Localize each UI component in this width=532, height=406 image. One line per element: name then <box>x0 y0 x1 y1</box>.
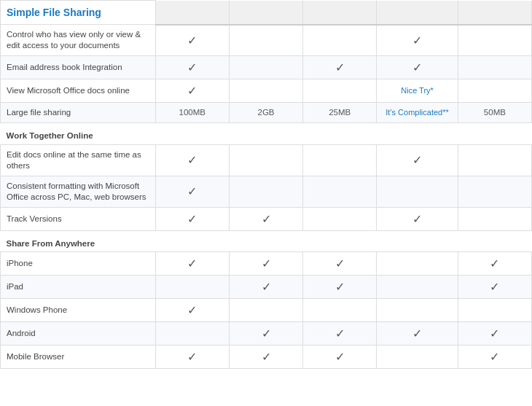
gmail-cell <box>303 207 377 230</box>
checkmark-icon: ✓ <box>335 351 345 363</box>
section-header-2: Share From Anywhere <box>1 230 532 252</box>
table-row: Windows Phone✓ <box>1 299 532 322</box>
skydrive-cell <box>155 322 229 346</box>
checkmark-icon: ✓ <box>335 257 345 270</box>
googledocs-cell: It's Complicated** <box>377 102 458 122</box>
googledocs-cell <box>377 276 458 299</box>
googledocs-cell: Nice Try* <box>377 79 458 102</box>
checkmark-icon: ✓ <box>187 213 197 225</box>
dropbox-cell: ✓ <box>229 322 302 346</box>
googledocs-cell: ✓ <box>377 322 458 346</box>
table-row: Consistent formatting with Microsoft Off… <box>1 176 532 207</box>
file-size-label: 50MB <box>484 108 506 117</box>
dropbox-cell <box>229 25 302 56</box>
checkmark-icon: ✓ <box>187 34 197 47</box>
checkmark-icon: ✓ <box>187 154 197 166</box>
feature-cell: View Microsoft Office docs online <box>1 79 156 102</box>
yousendit-cell: ✓ <box>458 252 531 276</box>
feature-cell: iPhone <box>1 252 156 276</box>
skydrive-cell <box>155 276 229 299</box>
skydrive-header <box>155 1 229 25</box>
yousendit-cell: ✓ <box>458 346 531 369</box>
checkmark-icon: ✓ <box>490 281 499 293</box>
skydrive-cell: ✓ <box>155 79 229 102</box>
dropbox-cell <box>229 144 302 176</box>
table-row: Track Versions✓✓✓ <box>1 207 532 230</box>
skydrive-cell: ✓ <box>155 144 229 176</box>
yousendit-cell <box>458 144 531 176</box>
gmail-cell <box>303 79 377 102</box>
feature-cell: Large file sharing <box>1 102 156 122</box>
gmail-cell: ✓ <box>303 276 377 299</box>
checkmark-icon: ✓ <box>490 327 499 340</box>
googledocs-cell <box>377 299 458 322</box>
feature-header: Simple File Sharing <box>1 1 156 25</box>
table-row: iPhone✓✓✓✓ <box>1 252 532 276</box>
table-row: Mobile Browser✓✓✓✓ <box>1 346 532 369</box>
skydrive-cell: ✓ <box>155 207 229 230</box>
table-row: Large file sharing100MB2GB25MBIt's Compl… <box>1 102 532 122</box>
gmail-cell <box>303 25 377 56</box>
table-row: iPad✓✓✓ <box>1 276 532 299</box>
feature-cell: iPad <box>1 276 156 299</box>
checkmark-icon: ✓ <box>262 351 271 363</box>
dropbox-cell: ✓ <box>229 252 302 276</box>
checkmark-icon: ✓ <box>262 281 271 293</box>
yousendit-cell: 50MB <box>458 102 531 122</box>
checkmark-icon: ✓ <box>262 257 271 270</box>
googledocs-cell <box>377 252 458 276</box>
gmail-cell: 25MB <box>303 102 377 122</box>
dropbox-cell: 2GB <box>229 102 302 122</box>
feature-cell: Windows Phone <box>1 299 156 322</box>
dropbox-cell <box>229 55 302 79</box>
checkmark-icon: ✓ <box>187 304 197 316</box>
feature-cell: Consistent formatting with Microsoft Off… <box>1 176 156 207</box>
skydrive-cell: ✓ <box>155 55 229 79</box>
section-header-1: Work Together Online <box>1 122 532 144</box>
yousendit-cell <box>458 25 531 56</box>
gmail-cell <box>303 299 377 322</box>
gmail-cell <box>303 144 377 176</box>
gmail-cell: ✓ <box>303 55 377 79</box>
yousendit-cell <box>458 55 531 79</box>
gmail-cell <box>303 176 377 207</box>
gmail-cell: ✓ <box>303 346 377 369</box>
dropbox-header <box>229 1 302 25</box>
feature-cell: Edit docs online at the same time as oth… <box>1 144 156 176</box>
yousendit-cell <box>458 207 531 230</box>
yousendit-cell <box>458 299 531 322</box>
yousendit-cell <box>458 176 531 207</box>
googledocs-cell: ✓ <box>377 25 458 56</box>
checkmark-icon: ✓ <box>335 61 345 74</box>
nice-try-label: Nice Try* <box>401 86 434 95</box>
checkmark-icon: ✓ <box>335 327 345 340</box>
feature-cell: Control who has view only or view & edit… <box>1 25 156 56</box>
googledocs-cell: ✓ <box>377 207 458 230</box>
file-size-label: 100MB <box>179 108 206 117</box>
checkmark-icon: ✓ <box>187 185 197 198</box>
yousendit-cell: ✓ <box>458 322 531 346</box>
checkmark-icon: ✓ <box>187 351 197 363</box>
feature-cell: Email address book Integration <box>1 55 156 79</box>
checkmark-icon: ✓ <box>412 327 422 340</box>
table-row: View Microsoft Office docs online✓Nice T… <box>1 79 532 102</box>
googledocs-cell <box>377 346 458 369</box>
section-title-2: Share From Anywhere <box>1 230 532 252</box>
skydrive-cell: ✓ <box>155 346 229 369</box>
dropbox-cell <box>229 79 302 102</box>
file-size-label: 2GB <box>257 108 274 117</box>
feature-cell: Android <box>1 322 156 346</box>
yousendit-cell <box>458 79 531 102</box>
checkmark-icon: ✓ <box>335 281 345 293</box>
checkmark-icon: ✓ <box>262 213 271 225</box>
checkmark-icon: ✓ <box>490 351 499 363</box>
its-complicated-label: It's Complicated** <box>386 108 448 117</box>
checkmark-icon: ✓ <box>412 34 422 47</box>
skydrive-cell: ✓ <box>155 25 229 56</box>
yousendit-cell: ✓ <box>458 276 531 299</box>
dropbox-cell: ✓ <box>229 346 302 369</box>
feature-cell: Mobile Browser <box>1 346 156 369</box>
comparison-table: Simple File Sharing Control who has view… <box>0 0 532 369</box>
table-row: Control who has view only or view & edit… <box>1 25 532 56</box>
skydrive-cell: ✓ <box>155 252 229 276</box>
